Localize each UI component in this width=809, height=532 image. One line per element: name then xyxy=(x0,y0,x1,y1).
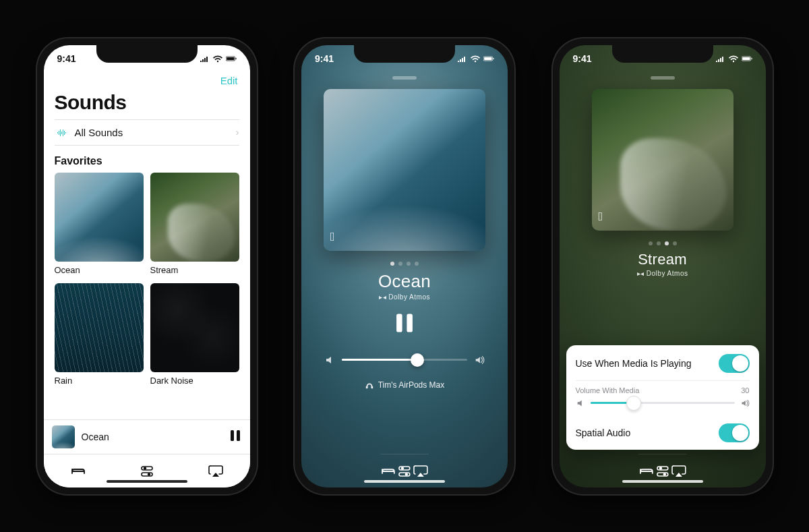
volume-max-icon xyxy=(740,398,750,408)
tab-airplay[interactable] xyxy=(671,463,687,478)
home-indicator xyxy=(622,480,703,483)
tab-mixer[interactable] xyxy=(655,463,671,478)
volume-slider[interactable] xyxy=(324,355,485,365)
spatial-audio-toggle[interactable] xyxy=(719,423,750,442)
use-when-media-toggle[interactable] xyxy=(719,354,750,373)
tile-artwork xyxy=(150,283,239,372)
airplay-icon xyxy=(671,463,687,478)
tile-label: Rain xyxy=(55,372,144,388)
home-indicator xyxy=(107,480,187,483)
airplay-icon xyxy=(208,463,224,478)
tile-label: Ocean xyxy=(55,262,144,278)
signal-icon xyxy=(456,55,467,63)
sheet-grabber[interactable] xyxy=(651,76,675,80)
tab-mixer[interactable] xyxy=(113,463,181,478)
tab-sleep[interactable] xyxy=(44,463,112,478)
spatial-audio-row: Spatial Audio xyxy=(576,416,750,450)
tab-airplay[interactable] xyxy=(413,463,429,478)
apple-logo-icon:  xyxy=(599,210,603,224)
track-title: Stream xyxy=(638,251,687,268)
volume-min-icon xyxy=(576,398,585,408)
favorites-grid: Ocean Stream Rain Dark Noise xyxy=(55,173,239,388)
pause-icon xyxy=(229,429,242,442)
headphones-icon xyxy=(365,380,374,390)
all-sounds-row[interactable]: All Sounds › xyxy=(55,119,239,146)
audio-route-label: Tim's AirPods Max xyxy=(378,380,445,390)
battery-icon xyxy=(226,55,237,63)
page-dots[interactable] xyxy=(649,241,677,245)
status-indicators xyxy=(715,55,752,63)
sound-tile-stream[interactable]: Stream xyxy=(150,173,239,278)
playback-settings-card: Use When Media Is Playing Volume With Me… xyxy=(566,345,759,450)
tile-label: Dark Noise xyxy=(150,372,239,388)
all-sounds-label: All Sounds xyxy=(75,127,123,138)
mini-player[interactable]: Ocean xyxy=(44,419,250,454)
page-title: Sounds xyxy=(55,91,239,119)
sliders-icon xyxy=(396,463,413,478)
bed-icon xyxy=(638,463,655,478)
wifi-icon xyxy=(212,55,223,63)
track-subtitle: ▸◂ Dolby Atmos xyxy=(379,293,430,301)
wifi-icon xyxy=(470,55,481,63)
favorites-heading: Favorites xyxy=(55,155,239,167)
status-indicators xyxy=(199,55,237,63)
phone-library: 9:41 Edit Sounds All Sounds › Favorites … xyxy=(36,37,258,496)
battery-icon xyxy=(483,55,494,63)
pause-button[interactable] xyxy=(393,312,416,337)
phone-nowplaying-stream: 9:41  Stream ▸◂ Dolby Atmos Use When Me… xyxy=(551,37,774,496)
home-indicator xyxy=(364,480,445,483)
tile-artwork xyxy=(55,173,144,262)
volume-with-media-value: 30 xyxy=(741,386,749,394)
use-when-media-label: Use When Media Is Playing xyxy=(576,358,692,369)
mini-player-artwork xyxy=(52,425,75,448)
sliders-icon xyxy=(655,463,671,478)
tile-artwork xyxy=(55,283,144,372)
tab-airplay[interactable] xyxy=(181,463,249,478)
status-indicators xyxy=(456,55,494,63)
signal-icon xyxy=(715,55,725,63)
volume-max-icon xyxy=(474,355,485,365)
bed-icon xyxy=(380,463,396,478)
tab-sleep[interactable] xyxy=(380,463,396,478)
sound-tile-darknoise[interactable]: Dark Noise xyxy=(150,283,239,388)
audio-route[interactable]: Tim's AirPods Max xyxy=(365,380,445,390)
page-dots[interactable] xyxy=(390,262,419,266)
tile-label: Stream xyxy=(150,262,239,278)
notch xyxy=(354,45,455,63)
signal-icon xyxy=(199,55,210,63)
tab-mixer[interactable] xyxy=(396,463,413,478)
sliders-icon xyxy=(139,463,155,478)
use-when-media-row: Use When Media Is Playing xyxy=(576,347,750,380)
airplay-icon xyxy=(413,463,429,478)
status-time: 9:41 xyxy=(315,53,334,64)
spatial-audio-label: Spatial Audio xyxy=(576,427,631,438)
volume-with-media-row: Volume With Media 30 xyxy=(576,380,750,416)
wifi-icon xyxy=(728,55,739,63)
sound-tile-rain[interactable]: Rain xyxy=(55,283,144,388)
tile-artwork xyxy=(150,173,239,262)
edit-button[interactable]: Edit xyxy=(220,75,238,86)
battery-icon xyxy=(742,55,752,63)
notch xyxy=(96,45,198,63)
waveform-icon xyxy=(55,127,68,138)
tab-sleep[interactable] xyxy=(638,463,655,478)
volume-min-icon xyxy=(324,355,335,365)
sound-tile-ocean[interactable]: Ocean xyxy=(55,173,144,278)
apple-logo-icon:  xyxy=(330,230,335,244)
now-playing-artwork[interactable]:  xyxy=(324,89,485,251)
volume-with-media-label: Volume With Media xyxy=(576,386,640,394)
mini-player-title: Ocean xyxy=(82,432,109,442)
mini-player-pause-button[interactable] xyxy=(229,429,242,445)
volume-with-media-slider[interactable] xyxy=(591,402,735,404)
pause-icon xyxy=(393,312,416,334)
chevron-right-icon: › xyxy=(236,127,239,138)
now-playing-artwork[interactable]:  xyxy=(592,89,733,231)
bed-icon xyxy=(70,463,86,478)
status-time: 9:41 xyxy=(57,53,76,64)
phone-nowplaying-ocean: 9:41  Ocean ▸◂ Dolby Atmos xyxy=(293,37,516,496)
status-time: 9:41 xyxy=(573,53,592,64)
sheet-grabber[interactable] xyxy=(392,76,417,80)
track-title: Ocean xyxy=(378,271,431,292)
volume-track[interactable] xyxy=(342,359,468,361)
notch xyxy=(612,45,713,63)
